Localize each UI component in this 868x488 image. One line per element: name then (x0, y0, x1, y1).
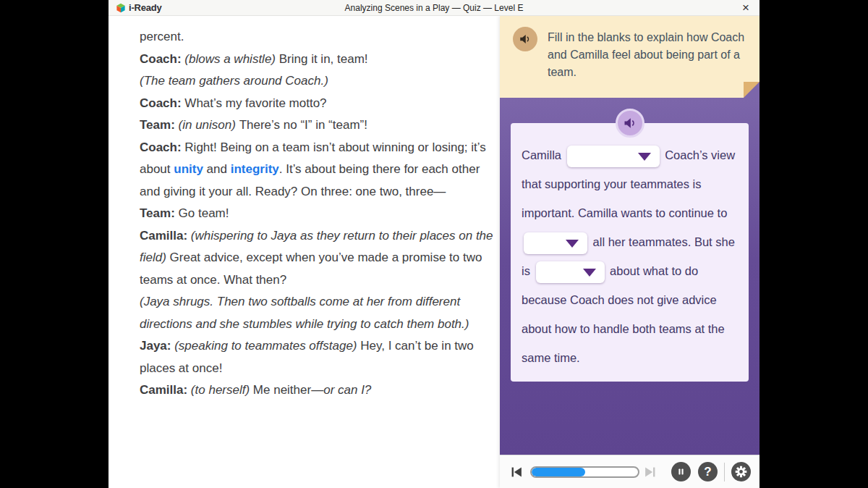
skip-back-icon (509, 464, 524, 480)
speaker-icon (623, 116, 637, 130)
skip-forward-icon (642, 464, 658, 480)
question-mark-icon: ? (704, 466, 711, 478)
pause-button[interactable] (671, 462, 691, 481)
script-paragraph: Camilla: (to herself) Me neither—or can … (140, 379, 500, 402)
dropdown-arrow-icon (583, 269, 596, 277)
app-window: i-Ready Analyzing Scenes in a Play — Qui… (109, 0, 760, 488)
script-text-segment: Team: (140, 206, 179, 220)
activity-panel: Camilla Coach’s view that supporting you… (500, 98, 760, 455)
script-text-segment: percent. (140, 30, 184, 43)
script-text-segment: Coach: (140, 140, 184, 154)
window-title: Analyzing Scenes in a Play — Quiz — Leve… (109, 3, 760, 13)
script-paragraph: Camilla: (whispering to Jaya as they ret… (140, 225, 500, 292)
main-content: percent.Coach: (blows a whistle) Bring i… (109, 16, 760, 488)
script-paragraph: Coach: What’s my favorite motto? (140, 93, 500, 115)
audio-progress-bar[interactable] (530, 466, 639, 478)
script-text-segment: There’s no “I” in “team”! (239, 118, 367, 132)
gear-icon (735, 466, 747, 478)
script-text-segment: and (203, 162, 231, 176)
script-text-segment: (to herself) (191, 383, 253, 397)
cloze-sentence: Camilla Coach’s view that supporting you… (522, 140, 738, 372)
vocab-word-link[interactable]: unity (174, 162, 203, 176)
cloze-text-segment: Camilla (522, 148, 565, 161)
script-text-segment: (Jaya shrugs. Then two softballs come at… (140, 295, 469, 331)
pause-icon (675, 466, 687, 478)
script-text-segment: Bring it in, team! (279, 52, 368, 66)
script-text-segment: Go team! (179, 206, 229, 220)
script-paragraph: Jaya: (speaking to teammates offstage) H… (140, 335, 500, 379)
page-fold-corner (744, 82, 760, 98)
script-paragraph: percent. (140, 26, 500, 49)
script-paragraph: Coach: (blows a whistle) Bring it in, te… (140, 49, 500, 71)
blank-dropdown-3[interactable] (536, 261, 605, 283)
script-text-segment: Jaya: (140, 339, 174, 353)
script-text-segment: (speaking to teammates offstage) (174, 339, 360, 353)
instruction-text: Fill in the blanks to explain how Coach … (548, 27, 749, 81)
script-text-segment: or can I? (323, 383, 371, 397)
script-paragraph: Team: (in unison) There’s no “I” in “tea… (140, 114, 500, 137)
titlebar: i-Ready Analyzing Scenes in a Play — Qui… (109, 0, 760, 16)
close-button[interactable]: × (739, 1, 752, 14)
script-text: percent.Coach: (blows a whistle) Bring i… (140, 26, 500, 402)
script-text-segment: What’s my favorite motto? (184, 96, 326, 110)
script-paragraph: (The team gathers around Coach.) (140, 70, 500, 93)
vocab-word-link[interactable]: integrity (231, 162, 279, 176)
blank-dropdown-1[interactable] (567, 146, 660, 167)
script-text-segment: (blows a whistle) (184, 52, 278, 66)
script-text-segment: Coach: (140, 96, 184, 110)
skip-forward-button[interactable] (642, 464, 658, 480)
script-text-segment: Me neither— (253, 383, 323, 397)
script-paragraph: Coach: Right! Being on a team isn’t abou… (140, 137, 500, 203)
dropdown-arrow-icon (638, 153, 651, 161)
script-text-segment: (The team gathers around Coach.) (140, 74, 328, 88)
script-text-segment: Great advice, except when you’ve made a … (140, 251, 482, 287)
script-text-segment: Camilla: (140, 229, 191, 243)
progress-fill (532, 468, 585, 476)
instruction-audio-button[interactable] (513, 27, 537, 51)
activity-sidebar: Fill in the blanks to explain how Coach … (500, 16, 760, 488)
script-text-segment: Coach: (140, 52, 184, 66)
skip-back-button[interactable] (509, 464, 524, 480)
speaker-icon (519, 33, 532, 46)
blank-dropdown-2[interactable] (524, 232, 587, 254)
script-paragraph: (Jaya shrugs. Then two softballs come at… (140, 291, 500, 335)
script-text-segment: Team: (140, 118, 179, 132)
script-text-segment: Camilla: (140, 383, 191, 397)
media-toolbar: ? (500, 455, 760, 488)
toolbar-divider (724, 463, 725, 481)
help-button[interactable]: ? (698, 462, 718, 481)
script-text-segment: (in unison) (179, 118, 239, 132)
script-paragraph: Team: Go team! (140, 203, 500, 225)
instruction-box: Fill in the blanks to explain how Coach … (500, 16, 760, 98)
card-audio-button[interactable] (616, 109, 644, 138)
settings-button[interactable] (731, 462, 751, 481)
fill-in-blanks-card: Camilla Coach’s view that supporting you… (511, 123, 749, 382)
play-script-panel: percent.Coach: (blows a whistle) Bring i… (109, 16, 500, 488)
dropdown-arrow-icon (566, 240, 579, 248)
